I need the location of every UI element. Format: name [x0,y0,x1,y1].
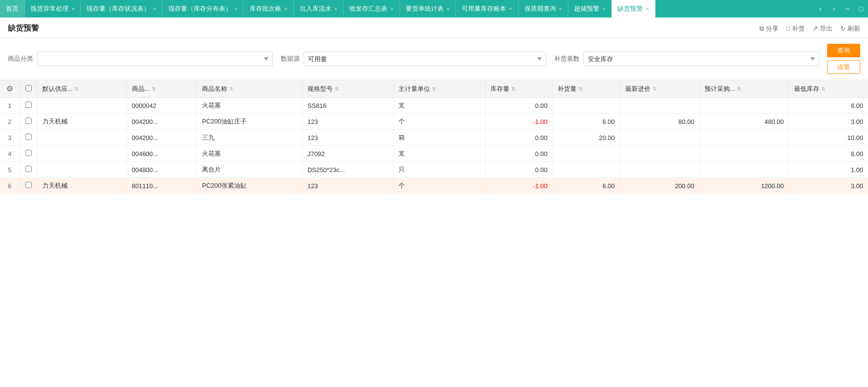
share-button[interactable]: ⧉ 分享 [760,24,778,33]
close-tab-summary[interactable]: × [390,6,393,12]
cell-min-stock: 3.00 [789,178,868,194]
row-checkbox[interactable] [25,166,32,172]
tab-overstock[interactable]: 超储预警 × [568,0,612,18]
cell-supplier [37,162,127,178]
table-wrapper: ⚙ 默认供应... ⇅ 商品... ⇅ [0,80,868,194]
th-replenish-qty: 补货量 ⇅ [553,80,620,98]
close-tab-shortage[interactable]: × [646,6,649,12]
close-tab-overstock[interactable]: × [602,6,605,12]
cell-est-purchase [699,130,789,146]
cell-latest-price [620,146,699,162]
replenish-base-select[interactable]: 安全库存 最低库存 [583,52,819,66]
close-tab-picking[interactable]: × [72,6,74,12]
cell-spec: 123 [302,114,394,130]
sort-icon-spec: ⇅ [335,86,339,91]
close-tab-flow[interactable]: × [334,6,337,12]
tab-expiry[interactable]: 保质期查询 × [519,0,568,18]
cell-replenish-qty [553,98,620,114]
header-actions: ⧉ 分享 □ 补货 ↗ 导出 ↻ 刷新 [760,24,860,33]
tab-inventory-dist[interactable]: 现存量（库存分布表） × [163,0,244,18]
cell-product-name: 火花塞 [197,98,303,114]
sort-icon-price: ⇅ [652,86,656,91]
settings-button[interactable]: 设置 [827,60,860,74]
page-title: 缺货预警 [8,23,39,34]
column-settings-icon[interactable]: ⚙ [5,84,15,93]
tab-picking[interactable]: 拣货异常处理 × [25,0,81,18]
tab-inventory-status[interactable]: 现存量（库存状况表） × [81,0,162,18]
cell-product-name: 离合片 [197,162,303,178]
row-checkbox[interactable] [25,150,32,156]
cell-est-purchase [699,162,789,178]
category-select[interactable] [37,52,273,66]
cell-est-purchase: 480.00 [699,114,789,130]
sort-icon-name: ⇅ [229,86,233,91]
table-row: 1 0000042 火花塞 SS816 支 0.00 8.00 [0,98,868,114]
close-tab-batch-account[interactable]: × [284,6,287,12]
row-checkbox[interactable] [25,118,32,124]
tab-flow[interactable]: 出入库流水 × [294,0,344,18]
row-number: 3 [0,130,19,146]
table-header-row: ⚙ 默认供应... ⇅ 商品... ⇅ [0,80,868,98]
close-tab-available-stock[interactable]: × [509,6,512,12]
tab-summary[interactable]: 收发存汇总表 × [344,0,399,18]
cell-unit: 支 [394,98,485,114]
cell-latest-price [620,162,699,178]
tab-requisition[interactable]: 要货单统计表 × [400,0,456,18]
sort-icon-stock: ⇅ [511,86,515,91]
row-checkbox-cell [19,178,37,194]
cell-spec: 123 [302,178,394,194]
cell-unit: 箱 [394,130,485,146]
tab-scroll-right[interactable]: › [827,0,841,18]
cell-min-stock: 10.00 [789,130,868,146]
tab-batch-account[interactable]: 库存批次账 × [244,0,293,18]
tab-available-stock[interactable]: 可用量库存账本 × [456,0,518,18]
th-checkbox [19,80,37,98]
close-tab-expiry[interactable]: × [559,6,562,12]
category-filter-group: 商品分类 [8,52,273,66]
th-est-purchase: 预计采购... ⇅ [699,80,789,98]
tab-scroll-left[interactable]: ‹ [814,0,827,18]
tab-shortage[interactable]: 缺货预警 × [612,0,655,18]
main-table: ⚙ 默认供应... ⇅ 商品... ⇅ [0,80,868,194]
row-number: 6 [0,178,19,194]
select-all-checkbox[interactable] [25,85,32,91]
cell-product-code: 0000042 [127,98,197,114]
close-tab-inventory-dist[interactable]: × [235,6,237,12]
row-checkbox[interactable] [25,134,32,140]
datasource-select[interactable]: 可用量 库存量 [304,52,546,66]
cell-est-purchase [699,98,789,114]
row-checkbox[interactable] [25,182,32,188]
close-tab-requisition[interactable]: × [447,6,450,12]
datasource-filter-group: 数据源 可用量 库存量 [281,52,546,66]
cell-product-code: 801110... [127,178,197,194]
tab-maximize[interactable]: □ [854,0,868,18]
cell-stock: 0.00 [485,98,552,114]
cell-product-code: 004800... [127,162,197,178]
refresh-button[interactable]: ↻ 刷新 [840,24,860,33]
export-button[interactable]: ↗ 导出 [813,24,832,33]
table-row: 5 004800... 离合片 DS250*23c... 只 0.00 1.00 [0,162,868,178]
tab-minimize[interactable]: − [841,0,854,18]
replenish-base-label: 补货基数 [554,54,579,63]
cell-replenish-qty [553,162,620,178]
close-tab-inventory-status[interactable]: × [153,6,156,12]
cell-spec: SS816 [302,98,394,114]
th-min-stock: 最低库存 ⇅ [789,80,868,98]
th-gear: ⚙ [0,80,19,98]
sort-icon-unit: ⇅ [432,86,436,91]
table-row: 6 力天机械 801110... PC200张紧油缸 123 个 -1.00 6… [0,178,868,194]
row-checkbox[interactable] [25,102,32,108]
table-body: 1 0000042 火花塞 SS816 支 0.00 8.00 2 力天机械 0… [0,98,868,194]
cell-stock: 0.00 [485,146,552,162]
cell-est-purchase: 1200.00 [699,178,789,194]
cell-product-name: 火花塞 [197,146,303,162]
th-default-supplier: 默认供应... ⇅ [37,80,127,98]
cell-unit: 个 [394,178,485,194]
cell-unit: 支 [394,146,485,162]
replenish-button[interactable]: □ 补货 [786,24,805,33]
cell-product-name: PC200张紧油缸 [197,178,303,194]
tab-home[interactable]: 首页 [0,0,25,18]
query-button[interactable]: 查询 [827,44,860,57]
filter-actions: 查询 设置 [827,44,860,74]
cell-replenish-qty: 6.00 [553,114,620,130]
